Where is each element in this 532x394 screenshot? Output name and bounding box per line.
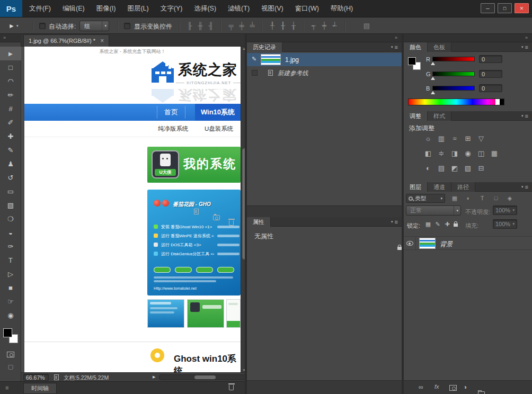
layer-visibility-eye-icon[interactable] <box>406 241 413 246</box>
panel-menu-button[interactable]: ▾ ≡ <box>391 42 402 51</box>
tab-adjustments[interactable]: 调整 <box>404 111 428 121</box>
distribute-horizontal-centers-icon[interactable]: ┿ <box>319 21 330 31</box>
shape-tool[interactable]: ■ <box>0 281 21 294</box>
photo-filter-icon[interactable]: ◉ <box>463 149 473 157</box>
menu-type[interactable]: 文字(Y) <box>155 0 189 17</box>
distribute-top-edges-icon[interactable]: ╀ <box>267 21 278 31</box>
color-balance-icon[interactable]: ≑ <box>436 149 447 157</box>
menu-file[interactable]: 文件(F) <box>23 0 57 17</box>
tab-layers[interactable]: 图层 <box>404 182 428 192</box>
link-layers-icon[interactable]: ∞ <box>419 383 423 391</box>
auto-select-checkbox[interactable] <box>39 23 46 29</box>
opacity-field[interactable]: 100% ▾ <box>493 205 517 215</box>
menu-layer[interactable]: 图层(L) <box>121 0 154 17</box>
crop-tool[interactable]: # <box>0 102 21 115</box>
distribute-right-edges-icon[interactable]: ┵ <box>330 21 340 31</box>
panel-menu-button[interactable]: ▾ ≡ <box>391 217 402 226</box>
gradient-tool[interactable]: ▧ <box>0 198 21 212</box>
align-left-edges-icon[interactable]: ╤ <box>226 21 236 31</box>
lasso-tool[interactable]: ◠ <box>0 74 21 88</box>
blur-tool[interactable]: ❍ <box>0 212 21 226</box>
history-brush-source-icon[interactable]: ✎ <box>252 56 256 62</box>
status-popup-arrow-icon[interactable]: ▶ <box>153 375 155 379</box>
zoom-tool[interactable]: ◉ <box>0 308 21 322</box>
horizontal-scrollbar-thumb[interactable] <box>194 375 216 379</box>
green-slider[interactable] <box>432 71 475 76</box>
hand-tool[interactable]: ☞ <box>0 294 21 308</box>
new-document-from-state-icon[interactable] <box>194 209 199 214</box>
pen-tool[interactable]: ✑ <box>0 239 21 253</box>
type-layer-filter-icon[interactable]: T <box>477 195 487 201</box>
color-lookup-icon[interactable]: ▦ <box>489 149 500 157</box>
foreground-color-swatch[interactable] <box>3 328 12 337</box>
collapse-chevrons-icon[interactable]: » <box>395 35 397 40</box>
blue-slider[interactable] <box>432 86 475 91</box>
close-button[interactable]: ✕ <box>515 3 529 13</box>
menu-edit[interactable]: 编辑(E) <box>57 0 91 17</box>
tab-history[interactable]: 历史记录 <box>247 42 282 52</box>
tool-preset-picker[interactable]: ► ▾ <box>8 20 18 31</box>
new-snapshot-icon[interactable] <box>213 215 220 220</box>
panel-menu-button[interactable]: ▾ ≡ <box>521 42 532 51</box>
blue-value-field[interactable]: 0 <box>479 84 502 92</box>
tab-styles[interactable]: 样式 <box>428 111 451 121</box>
marquee-tool[interactable]: □ <box>0 60 21 74</box>
pixel-layer-filter-icon[interactable]: ▦ <box>449 195 460 202</box>
red-slider-handle[interactable] <box>431 62 435 65</box>
move-tool[interactable]: ► <box>0 47 21 60</box>
tab-paths[interactable]: 路径 <box>451 182 475 192</box>
distribute-vertical-centers-icon[interactable]: ╂ <box>278 21 288 31</box>
lock-transparent-pixels-icon[interactable]: ▦ <box>424 221 432 228</box>
align-right-edges-icon[interactable]: ╧ <box>247 21 258 31</box>
delete-icon[interactable] <box>229 385 234 390</box>
eyedropper-tool[interactable]: ✐ <box>0 115 21 129</box>
align-horizontal-centers-icon[interactable]: ╪ <box>236 21 247 31</box>
menu-filter[interactable]: 滤镜(T) <box>222 0 255 17</box>
menu-select[interactable]: 选择(S) <box>188 0 222 17</box>
adjustment-layer-filter-icon[interactable]: ◐ <box>463 195 474 201</box>
quick-mask-mode-icon[interactable] <box>7 352 14 357</box>
panel-menu-button[interactable]: ▾ ≡ <box>521 182 532 191</box>
channel-mixer-icon[interactable]: ◫ <box>476 149 486 157</box>
black-white-icon[interactable]: ◨ <box>449 149 460 157</box>
color-spectrum-ramp[interactable] <box>408 98 504 105</box>
tab-channels[interactable]: 通道 <box>428 182 451 192</box>
distribute-left-edges-icon[interactable]: ┭ <box>308 21 319 31</box>
foreground-color-swatch[interactable] <box>408 57 416 65</box>
brightness-contrast-icon[interactable]: ☼ <box>423 135 433 142</box>
collapse-chevrons-icon[interactable]: » <box>525 35 528 40</box>
show-transform-checkbox[interactable] <box>124 23 130 29</box>
clone-stamp-tool[interactable]: ♟ <box>0 157 21 171</box>
canvas-viewport[interactable]: 系统之家 - 系统光盘下载网站！ 系统之家 XITONGZHIJIA.NET <box>21 47 241 372</box>
align-vertical-centers-icon[interactable]: ╫ <box>195 21 206 31</box>
canvas-horizontal-scrollbar[interactable] <box>159 374 252 380</box>
align-top-edges-icon[interactable]: ╟ <box>184 21 195 31</box>
smart-object-filter-icon[interactable]: ◈ <box>504 195 515 202</box>
layer-thumbnail[interactable] <box>419 238 436 249</box>
document-tab[interactable]: 1.jpg @ 66.7%(RGB/8#) * × <box>23 34 109 47</box>
delete-state-icon[interactable] <box>229 220 234 226</box>
minimize-button[interactable]: ─ <box>481 3 495 13</box>
red-slider[interactable] <box>432 57 475 61</box>
screen-mode-icon[interactable]: ▢ <box>7 363 14 370</box>
distribute-bottom-edges-icon[interactable]: ╁ <box>288 21 299 31</box>
hue-saturation-icon[interactable]: ◧ <box>423 149 433 157</box>
curves-icon[interactable]: ≈ <box>449 135 460 142</box>
align-bottom-edges-icon[interactable]: ╢ <box>206 21 216 31</box>
zoom-level-field[interactable]: 66.67% <box>23 374 49 381</box>
history-brush-tool[interactable]: ↺ <box>0 171 21 184</box>
panel-menu-button[interactable]: ▾ ≡ <box>521 111 532 120</box>
auto-select-dropdown[interactable]: 组 ▾ <box>79 21 109 31</box>
history-item[interactable]: 新建参考线 <box>247 66 402 79</box>
tab-close-icon[interactable]: × <box>100 37 104 44</box>
layer-row-background[interactable]: 背景 <box>404 236 532 250</box>
lock-all-icon[interactable] <box>454 223 458 227</box>
invert-icon[interactable]: ◐ <box>423 164 433 172</box>
levels-icon[interactable]: ▥ <box>436 135 447 142</box>
lock-image-pixels-icon[interactable]: ✎ <box>433 221 442 228</box>
threshold-icon[interactable]: ◩ <box>449 164 460 172</box>
type-tool[interactable]: T <box>0 253 21 267</box>
tab-properties[interactable]: 属性 <box>247 217 271 227</box>
menu-window[interactable]: 窗口(W) <box>289 0 325 17</box>
history-source-checkbox[interactable] <box>252 70 258 76</box>
